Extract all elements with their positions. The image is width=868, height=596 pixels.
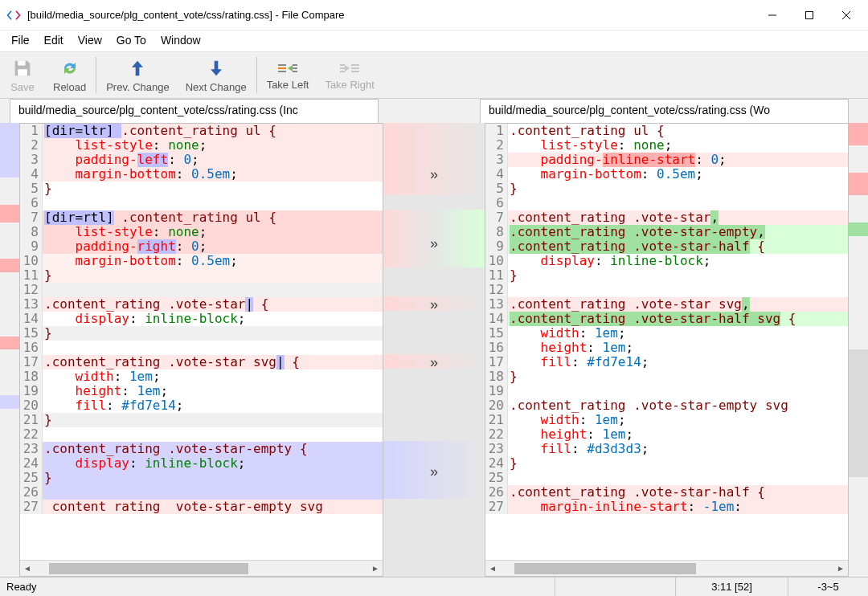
code-line[interactable]: 22 height: 1em; xyxy=(485,427,848,442)
code-line[interactable]: 3 padding-inline-start: 0; xyxy=(485,153,848,167)
code-line[interactable]: 21} xyxy=(20,413,383,427)
line-text[interactable] xyxy=(508,384,848,398)
line-text[interactable]: .content_rating .vote-star-half { xyxy=(508,239,848,254)
right-overview[interactable] xyxy=(849,123,868,577)
code-line[interactable]: 7.content_rating .vote-star, xyxy=(485,210,848,225)
line-text[interactable]: } xyxy=(43,268,383,283)
right-file-tab[interactable]: build/media_source/plg_content_vote/css/… xyxy=(480,99,849,123)
code-line[interactable]: 1[dir=ltr] .content_rating ul { xyxy=(20,124,383,138)
code-line[interactable]: 16 height: 1em; xyxy=(485,341,848,355)
line-text[interactable]: padding-left: 0; xyxy=(43,153,383,167)
line-text[interactable]: fill: #d3d3d3; xyxy=(508,442,848,456)
line-text[interactable] xyxy=(43,341,383,355)
line-text[interactable]: } xyxy=(508,369,848,384)
line-text[interactable]: list-style: none; xyxy=(508,138,848,153)
line-text[interactable] xyxy=(43,283,383,297)
code-line[interactable]: 27 content rating vote-star-empty svg xyxy=(20,500,383,514)
code-line[interactable]: 4 margin-bottom: 0.5em; xyxy=(485,167,848,182)
line-text[interactable]: display: inline-block; xyxy=(508,254,848,268)
line-text[interactable]: padding-inline-start: 0; xyxy=(508,153,848,167)
code-line[interactable]: 24} xyxy=(485,456,848,471)
code-line[interactable]: 1.content_rating ul { xyxy=(485,124,848,138)
line-text[interactable]: .content_rating .vote-star, xyxy=(508,210,848,225)
line-text[interactable]: .content_rating .vote-star-empty svg xyxy=(508,398,848,413)
line-text[interactable]: fill: #fd7e14; xyxy=(508,355,848,369)
code-line[interactable]: 5} xyxy=(20,182,383,196)
code-line[interactable]: 27 margin-inline-start: -1em: xyxy=(485,500,848,514)
line-text[interactable]: width: 1em; xyxy=(508,326,848,341)
code-line[interactable]: 10 display: inline-block; xyxy=(485,254,848,268)
code-line[interactable]: 15 width: 1em; xyxy=(485,326,848,341)
code-line[interactable]: 8 list-style: none; xyxy=(20,225,383,239)
menu-goto[interactable]: Go To xyxy=(110,32,153,48)
line-text[interactable] xyxy=(43,427,383,442)
code-line[interactable]: 24 display: inline-block; xyxy=(20,456,383,471)
line-text[interactable]: [dir=ltr] .content_rating ul { xyxy=(43,124,383,138)
code-line[interactable]: 19 xyxy=(485,384,848,398)
code-line[interactable]: 8.content_rating .vote-star-empty, xyxy=(485,225,848,239)
prev-change-button[interactable]: Prev. Change xyxy=(98,55,178,95)
line-text[interactable]: height: 1em; xyxy=(508,427,848,442)
line-text[interactable]: .content_rating .vote-star-half { xyxy=(508,485,848,500)
line-text[interactable]: .content_rating ul { xyxy=(508,124,848,138)
code-line[interactable]: 18} xyxy=(485,369,848,384)
code-line[interactable]: 18 width: 1em; xyxy=(20,369,383,384)
left-file-tab[interactable]: build/media_source/plg_content_vote/css/… xyxy=(10,99,379,123)
line-text[interactable] xyxy=(43,485,383,500)
line-text[interactable]: } xyxy=(43,182,383,196)
code-line[interactable]: 14 display: inline-block; xyxy=(20,312,383,326)
code-line[interactable]: 6 xyxy=(20,196,383,210)
line-text[interactable]: padding-right: 0; xyxy=(43,239,383,254)
code-line[interactable]: 20.content_rating .vote-star-empty svg xyxy=(485,398,848,413)
line-text[interactable]: list-style: none; xyxy=(43,225,383,239)
line-text[interactable]: margin-bottom: 0.5em; xyxy=(43,254,383,268)
code-line[interactable]: 5} xyxy=(485,182,848,196)
line-text[interactable]: list-style: none; xyxy=(43,138,383,153)
left-hscroll[interactable]: ◄► xyxy=(20,560,383,576)
merge-right-icon[interactable]: » xyxy=(430,166,438,183)
code-line[interactable]: 2 list-style: none; xyxy=(485,138,848,153)
line-text[interactable]: .content_rating .vote-star-half svg { xyxy=(508,312,848,326)
line-text[interactable]: .content_rating .vote-star svg, xyxy=(508,297,848,312)
code-line[interactable]: 12 xyxy=(485,283,848,297)
code-line[interactable]: 15} xyxy=(20,326,383,341)
take-right-button[interactable]: Take Right xyxy=(317,55,382,95)
code-line[interactable]: 3 padding-left: 0; xyxy=(20,153,383,167)
line-text[interactable]: margin-inline-start: -1em: xyxy=(508,500,848,514)
line-text[interactable]: .content_rating .vote-star| { xyxy=(43,297,383,312)
line-text[interactable]: } xyxy=(508,456,848,471)
line-text[interactable]: } xyxy=(43,471,383,485)
maximize-button[interactable] xyxy=(791,3,828,27)
merge-right-icon[interactable]: » xyxy=(430,235,438,252)
right-hscroll[interactable]: ◄► xyxy=(485,560,848,576)
left-overview[interactable] xyxy=(0,123,19,577)
merge-right-icon[interactable]: » xyxy=(430,463,438,480)
close-button[interactable] xyxy=(828,3,865,27)
line-text[interactable]: width: 1em; xyxy=(508,413,848,427)
line-text[interactable]: [dir=rtl] .content_rating ul { xyxy=(43,210,383,225)
code-line[interactable]: 17 fill: #fd7e14; xyxy=(485,355,848,369)
save-button[interactable]: Save xyxy=(0,55,45,95)
next-change-button[interactable]: Next Change xyxy=(178,55,255,95)
line-text[interactable]: .content_rating .vote-star-empty, xyxy=(508,225,848,239)
code-line[interactable]: 7[dir=rtl] .content_rating ul { xyxy=(20,210,383,225)
line-text[interactable]: } xyxy=(43,326,383,341)
line-text[interactable]: .content_rating .vote-star-empty { xyxy=(43,442,383,456)
code-line[interactable]: 17.content_rating .vote-star svg| { xyxy=(20,355,383,369)
code-line[interactable]: 23.content_rating .vote-star-empty { xyxy=(20,442,383,456)
line-text[interactable]: margin-bottom: 0.5em; xyxy=(43,167,383,182)
right-code-view[interactable]: 1.content_rating ul {2 list-style: none;… xyxy=(485,124,848,560)
menu-file[interactable]: File xyxy=(5,32,36,48)
line-text[interactable]: height: 1em; xyxy=(508,341,848,355)
line-text[interactable] xyxy=(508,283,848,297)
line-text[interactable]: height: 1em; xyxy=(43,384,383,398)
code-line[interactable]: 6 xyxy=(485,196,848,210)
line-text[interactable]: } xyxy=(508,182,848,196)
line-text[interactable]: } xyxy=(508,268,848,283)
code-line[interactable]: 10 margin-bottom: 0.5em; xyxy=(20,254,383,268)
line-text[interactable] xyxy=(43,196,383,210)
line-text[interactable] xyxy=(508,471,848,485)
merge-right-icon[interactable]: » xyxy=(430,296,438,313)
code-line[interactable]: 26.content_rating .vote-star-half { xyxy=(485,485,848,500)
take-left-button[interactable]: Take Left xyxy=(259,55,317,95)
